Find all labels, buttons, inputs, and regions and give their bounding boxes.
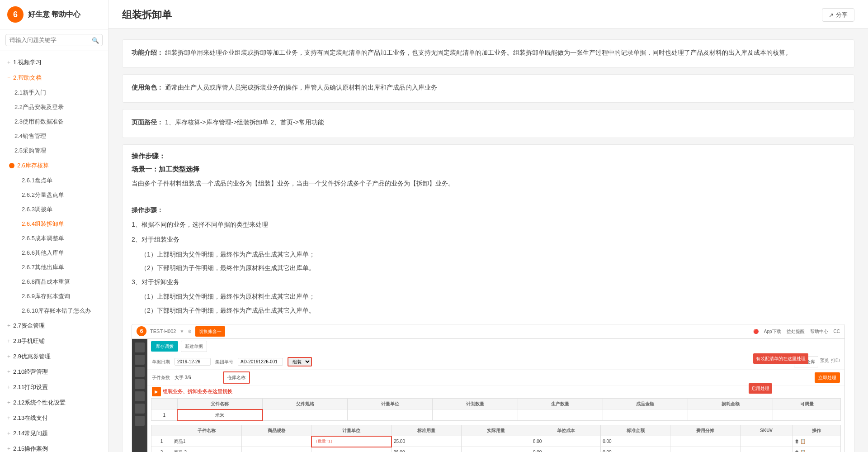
sidebar-item-docs-266[interactable]: 2.6.6其他入库单 [0,246,108,260]
scenario1-title: 场景一：加工类型选择 [132,165,845,174]
content-area: 功能介绍： 组装拆卸单用来处理企业组装或拆卸等加工业务，支持有固定装配清单的产品… [108,29,868,452]
mock-layout: 库存调拨 新建单据 单据日期 集团单号 [132,339,844,452]
sidebar-item-docs-264[interactable]: 2.6.4组装拆卸单 [0,217,108,231]
path-text: 页面路径： 1、库存核算->库存管理->组装拆卸单 2、首页->常用功能 [132,117,845,128]
mock-bill-input[interactable] [238,358,283,366]
mock-form-row2: 子件条数 大手 3/6 仓库名称 立即处理 启用处理 [147,370,844,386]
ops-steps-title: 操作步骤： [132,204,845,216]
mock-subcount-val: 大手 3/6 [175,373,191,382]
mock-sidebar-icon-6 [135,404,145,414]
step2-sub2: （2）下部明细为子件明细，最终作为原材料生成其它出库单。 [141,262,845,274]
search-box: 🔍 [0,29,108,51]
sidebar-item-docs-213[interactable]: + 2.13在线支付 [0,410,108,426]
mock-topbar: 6 TEST-H002 ▼ ⚙ 切换账套一 🔴 App下载益处提醒帮助中心CC [132,324,844,339]
sidebar-item-docs[interactable]: − 2.帮助文档 [0,70,108,86]
main-content: 组装拆卸单 ↗ 分享 功能介绍： 组装拆卸单用来处理企业组装或拆卸等加工业务，支… [108,0,868,452]
sidebar-item-docs-29[interactable]: + 2.9优惠券管理 [0,349,108,364]
sidebar-item-docs-2610[interactable]: 2.6.10库存账本错了怎么办 [0,304,108,318]
nav-list: + 1.视频学习 − 2.帮助文档 2.1新手入门 2.2产品安装及登录 2.3… [0,51,108,452]
mock-process-type-select[interactable]: 组装拆卸 [288,357,312,366]
sidebar-item-docs-28[interactable]: + 2.8手机旺铺 [0,333,108,349]
mock-tabs: 库存调拨 新建单据 [147,339,844,354]
share-icon: ↗ [829,12,834,19]
app-title: 好生意 帮助中心 [28,10,80,19]
sidebar-item-docs-22[interactable]: 2.2产品安装及登录 [0,100,108,114]
screenshot-container: 6 TEST-H002 ▼ ⚙ 切换账套一 🔴 App下载益处提醒帮助中心CC [132,324,845,452]
annotation-assembly: 有装配清单的在这里处理 [753,353,808,364]
mock-form-row1: 单据日期 集团单号 组装拆卸 有装配清单的在这里处理 [147,354,844,370]
sidebar-item-docs-214[interactable]: + 2.14常见问题 [0,426,108,441]
mock-print-icon: 打印 [831,356,840,367]
role-section: 使用角色： 通常由生产人员或库管人员完成拆装业务的操作，库管人员确认原材料的出库… [122,74,854,103]
sidebar-item-docs-267[interactable]: 2.6.7其他出库单 [0,260,108,275]
search-input[interactable] [5,34,103,46]
plus-icon-212: + [7,400,10,406]
sidebar-item-docs-25[interactable]: 2.5采购管理 [0,143,108,158]
minus-icon: − [7,75,10,81]
mock-orange-badge: ▶ [152,387,161,396]
mock-subcount-label: 子件条数 [152,373,170,382]
table-row: 1 米米 [151,409,841,421]
sidebar-item-docs-24[interactable]: 2.4销售管理 [0,129,108,143]
mock-logo: 6 [137,326,146,336]
sidebar-item-docs-265[interactable]: 2.6.5成本调整单 [0,231,108,246]
ops-section: 操作步骤： 场景一：加工类型选择 当由多个子件材料组装成一个成品的业务为【组装】… [122,144,854,452]
sidebar-item-docs-210[interactable]: + 2.10经营管理 [0,364,108,380]
mock-main-area: 库存调拨 新建单据 单据日期 集团单号 [147,339,844,452]
sidebar-item-docs-27[interactable]: + 2.7资金管理 [0,318,108,333]
path-section: 页面路径： 1、库存核算->库存管理->组装拆卸单 2、首页->常用功能 [122,109,854,138]
function-intro-section: 功能介绍： 组装拆卸单用来处理企业组装或拆卸等加工业务，支持有固定装配清单的产品… [122,39,854,68]
plus-icon-215: + [7,446,10,452]
sidebar-item-docs-212[interactable]: + 2.12系统个性化设置 [0,395,108,410]
sidebar-item-docs-26[interactable]: 2.6库存核算 [0,158,108,173]
mock-immediate-btn[interactable]: 立即处理 [815,372,840,383]
mock-table2: 子件名称 商品规格 计量单位 标准用量 实际用量 单位成本 标准金额 费用分摊 [151,425,841,452]
step3-sub1: （1）上部明细为父件明细，最终作为原材料生成其它出库单； [141,290,845,303]
mock-table1-container: 父件名称 父件规格 计量单位 计划数量 生产数量 成品金额 损耗金额 可调量 [147,396,844,423]
plus-icon-210: + [7,369,10,375]
mock-date-label: 单据日期 [152,357,170,366]
annotation-switch: 组装业务、拆卸业务在这里切换 [163,387,232,396]
mock-sidebar-icon-7 [135,416,145,426]
mock-tab-active: 库存调拨 [151,341,178,352]
function-intro-text: 功能介绍： 组装拆卸单用来处理企业组装或拆卸等加工业务，支持有固定装配清单的产品… [132,47,845,58]
mock-preview-icon: 预览 [820,356,829,367]
plus-icon-28: + [7,338,10,344]
mock-sub-annotation-row: ▶ 组装业务、拆卸业务在这里切换 [147,386,844,396]
sidebar-item-docs-261[interactable]: 2.6.1盘点单 [0,173,108,188]
sidebar-item-docs-211[interactable]: + 2.11打印设置 [0,380,108,395]
plus-icon-29: + [7,353,10,360]
step3-sub2: （2）下部明细为子件明细，最终作为产成品生成其它入库单。 [141,305,845,317]
sidebar-item-docs-21[interactable]: 2.1新手入门 [0,86,108,100]
logo-icon: 6 [7,6,24,23]
mock-store-id: TEST-H002 [150,327,176,336]
share-button[interactable]: ↗ 分享 [822,8,854,22]
annotation-enable: 启用处理 [749,383,772,394]
role-text: 使用角色： 通常由生产人员或库管人员完成拆装业务的操作，库管人员确认原材料的出库… [132,82,845,93]
mock-date-input[interactable] [175,358,211,366]
sidebar-item-docs-269[interactable]: 2.6.9库存账本查询 [0,289,108,304]
mock-warehouse-input[interactable]: 仓库名称 [223,371,250,384]
sidebar-item-video[interactable]: + 1.视频学习 [0,55,108,70]
mock-table1: 父件名称 父件规格 计量单位 计划数量 生产数量 成品金额 损耗金额 可调量 [151,398,841,421]
search-icon[interactable]: 🔍 [92,37,99,43]
step2: 2、对于组装业务 [132,233,845,246]
scenario1-desc: 当由多个子件材料组装成一个成品的业务为【组装】业务，当由一个父件拆分成多个子产品… [132,177,845,190]
plus-icon-211: + [7,384,10,390]
mock-sidebar-icon-4 [135,379,145,389]
step1: 1、根据不同的业务，选择不同单据的类型来处理 [132,219,845,231]
sidebar-item-docs-262[interactable]: 2.6.2分量盘点单 [0,188,108,202]
sidebar: 6 好生意 帮助中心 🔍 + 1.视频学习 − 2.帮助文档 2.1新手入门 2… [0,0,108,452]
sidebar-item-docs-215[interactable]: + 2.15操作案例 [0,441,108,452]
sidebar-item-docs-268[interactable]: 2.6.8商品成本重算 [0,275,108,289]
sidebar-item-docs-263[interactable]: 2.6.3调拨单 [0,202,108,217]
mock-sidebar-icon-1 [135,343,145,352]
mock-sidebar-icon-2 [135,355,145,365]
mock-topbar-links: 🔴 App下载益处提醒帮助中心CC [753,327,840,336]
sidebar-item-docs-23[interactable]: 2.3使用前数据准备 [0,114,108,129]
mock-sidebar-icon-3 [135,367,145,377]
step3: 3、对于拆卸业务 [132,276,845,288]
table-row: 2 商品 2 36.00 0.00 0.00 [151,447,841,452]
plus-icon-27: + [7,323,10,329]
plus-icon-214: + [7,430,10,437]
